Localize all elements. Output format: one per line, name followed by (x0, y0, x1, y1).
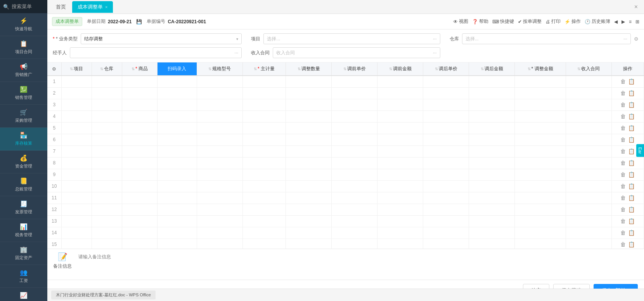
goods-sort-icon[interactable]: ⇅ (132, 67, 135, 71)
toolbar-layout2[interactable]: ⊞ (635, 19, 639, 24)
cell-3-3[interactable] (158, 99, 197, 111)
cell-8-9[interactable] (423, 157, 469, 169)
cell-1-12[interactable] (566, 76, 611, 87)
right-edge-tab[interactable]: Ear (636, 144, 644, 157)
cell-11-8[interactable] (377, 192, 423, 204)
cell-2-2[interactable] (122, 87, 157, 99)
cell-1-8[interactable] (377, 76, 423, 87)
cell-14-6[interactable] (286, 227, 332, 239)
cell-5-1[interactable] (92, 122, 122, 134)
cell-9-0[interactable] (61, 169, 92, 180)
cell-10-9[interactable] (423, 180, 469, 192)
warehouse-sort-icon[interactable]: ⇅ (100, 67, 103, 71)
cell-12-5[interactable] (242, 204, 286, 215)
cell-3-0[interactable] (61, 99, 92, 111)
cell-13-4[interactable] (197, 215, 242, 227)
delete-icon-3[interactable]: 🗑 (620, 102, 626, 108)
cell-14-11[interactable] (515, 227, 566, 239)
cell-11-10[interactable] (469, 192, 515, 204)
cell-9-7[interactable] (332, 169, 377, 180)
cell-1-7[interactable] (332, 76, 377, 87)
cell-13-8[interactable] (377, 215, 423, 227)
cell-14-9[interactable] (423, 227, 469, 239)
copy-icon-9[interactable]: 📋 (628, 171, 635, 178)
cell-7-11[interactable] (515, 145, 566, 157)
cell-6-1[interactable] (92, 134, 122, 145)
cell-7-10[interactable] (469, 145, 515, 157)
copy-icon-5[interactable]: 📋 (628, 125, 635, 131)
cell-8-12[interactable] (566, 157, 611, 169)
project-sort-icon[interactable]: ⇅ (70, 67, 73, 71)
prev_amount-sort-icon[interactable]: ⇅ (389, 67, 392, 71)
cell-2-3[interactable] (158, 87, 197, 99)
cell-9-8[interactable] (377, 169, 423, 180)
copy-icon-15[interactable]: 📋 (628, 241, 635, 247)
copy-icon-10[interactable]: 📋 (628, 183, 635, 189)
delete-icon-1[interactable]: 🗑 (620, 78, 626, 85)
cell-6-6[interactable] (286, 134, 332, 145)
cell-2-1[interactable] (92, 87, 122, 99)
spec-sort-icon[interactable]: ⇅ (208, 67, 211, 71)
toolbar-help[interactable]: ❓ 帮助 (472, 18, 488, 25)
cell-8-11[interactable] (515, 157, 566, 169)
cell-10-5[interactable] (242, 180, 286, 192)
cell-7-8[interactable] (377, 145, 423, 157)
cell-6-4[interactable] (197, 134, 242, 145)
cell-6-11[interactable] (515, 134, 566, 145)
tab-cost-adjust[interactable]: 成本调整单 × (72, 1, 113, 13)
unit-sort-icon[interactable]: ⇅ (254, 67, 257, 71)
copy-icon-4[interactable]: 📋 (628, 113, 635, 119)
cell-8-2[interactable] (122, 157, 157, 169)
after_amount-sort-icon[interactable]: ⇅ (481, 67, 484, 71)
cell-4-1[interactable] (92, 111, 122, 122)
cell-11-4[interactable] (197, 192, 242, 204)
cell-11-7[interactable] (332, 192, 377, 204)
toolbar-nav-next[interactable]: ▶ (621, 19, 625, 24)
cell-4-0[interactable] (61, 111, 92, 122)
toolbar-audit[interactable]: ✔ 按单调整 (518, 18, 542, 25)
sidebar-item-operations-mgmt[interactable]: 📈经营管理 (0, 288, 47, 301)
cell-8-1[interactable] (92, 157, 122, 169)
delete-icon-4[interactable]: 🗑 (620, 113, 626, 119)
cell-4-2[interactable] (122, 111, 157, 122)
toolbar-ops[interactable]: ⚡ 操作 (564, 18, 581, 25)
toolbar-shortcut[interactable]: ⌨ 快捷键 (492, 18, 514, 25)
copy-icon-7[interactable]: 📋 (628, 148, 635, 154)
cell-6-5[interactable] (242, 134, 286, 145)
cell-10-8[interactable] (377, 180, 423, 192)
cell-3-9[interactable] (423, 99, 469, 111)
cell-4-3[interactable] (158, 111, 197, 122)
toolbar-nav-prev[interactable]: ◀ (614, 19, 618, 24)
cell-3-8[interactable] (377, 99, 423, 111)
adj_amount-sort-icon[interactable]: ⇅ (528, 67, 531, 71)
sidebar-search[interactable]: 🔍 搜索菜单 (0, 0, 47, 13)
cell-8-10[interactable] (469, 157, 515, 169)
cell-8-0[interactable] (61, 157, 92, 169)
sidebar-item-sales-promo[interactable]: 📢营销推广 (0, 59, 47, 82)
delete-icon-5[interactable]: 🗑 (620, 125, 626, 131)
cell-14-12[interactable] (566, 227, 611, 239)
copy-icon-13[interactable]: 📋 (628, 218, 635, 224)
cell-2-0[interactable] (61, 87, 92, 99)
income_contract-sort-icon[interactable]: ⇅ (577, 67, 580, 71)
project-select[interactable]: 选择... ··· (263, 33, 440, 44)
cell-1-0[interactable] (61, 76, 92, 87)
copy-icon-1[interactable]: 📋 (628, 78, 635, 85)
cell-14-5[interactable] (242, 227, 286, 239)
cell-7-1[interactable] (92, 145, 122, 157)
cell-6-7[interactable] (332, 134, 377, 145)
cell-4-6[interactable] (286, 111, 332, 122)
cell-14-10[interactable] (469, 227, 515, 239)
cell-15-12[interactable] (566, 239, 611, 249)
cell-10-4[interactable] (197, 180, 242, 192)
cell-9-12[interactable] (566, 169, 611, 180)
delete-icon-13[interactable]: 🗑 (620, 218, 626, 224)
cell-7-12[interactable] (566, 145, 611, 157)
cell-2-9[interactable] (423, 87, 469, 99)
cell-9-11[interactable] (515, 169, 566, 180)
cell-15-3[interactable] (158, 239, 197, 249)
cell-13-5[interactable] (242, 215, 286, 227)
cell-3-1[interactable] (92, 99, 122, 111)
cell-13-2[interactable] (122, 215, 157, 227)
copy-icon-2[interactable]: 📋 (628, 90, 635, 96)
